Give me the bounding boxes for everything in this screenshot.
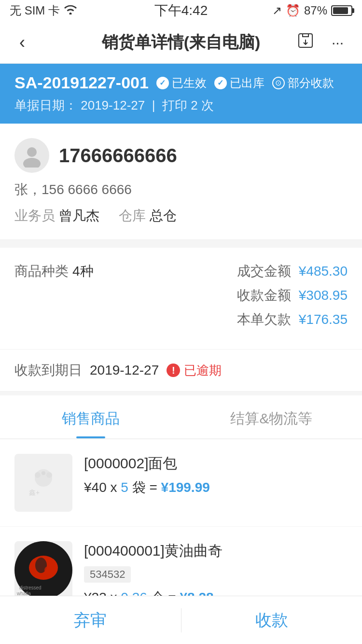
customer-card: 17666666666 张，156 6666 6666 业务员 曾凡杰 仓库 总… [0,124,362,240]
status-shipped: ✓ 已出库 [214,75,265,91]
product-type-label: 商品种类 [14,262,69,280]
tabs-row: 销售商品 结算&物流等 [0,395,362,438]
wifi-icon [64,4,77,17]
alarm-icon: ⏰ [286,4,300,17]
collected-amount: ¥308.95 [299,288,348,303]
svg-text:鑫+: 鑫+ [29,489,40,496]
svg-point-6 [42,471,45,475]
check-icon-1: ✓ [156,77,169,89]
deal-amount-label: 成交金额 [237,262,291,280]
debt-label: 本单欠款 [237,310,291,329]
svg-point-2 [23,158,41,168]
summary-section: 商品种类 4种 成交金额 ¥485.30 收款金额 ¥308.95 本单欠款 ¥… [0,248,362,350]
more-button[interactable]: ··· [328,30,348,55]
customer-meta: 业务员 曾凡杰 仓库 总仓 [14,207,348,225]
tabs-section: 销售商品 结算&物流等 [0,395,362,439]
check-icon-2: ✓ [214,77,227,89]
product-price-1: ¥40 x 5 袋 = ¥199.99 [84,478,348,497]
status-partial: ⊙ 部分收款 [272,75,334,91]
page-title: 销货单详情(来自电脑) [102,31,261,54]
svg-text:distressed: distressed [19,585,42,590]
warehouse-value: 总仓 [150,207,177,225]
summary-right: 成交金额 ¥485.30 收款金额 ¥308.95 本单欠款 ¥176.35 [181,262,348,335]
divider-2 [0,392,362,395]
product-count: 4种 [72,262,94,280]
table-row: 鑫+ [0000002]面包 ¥40 x 5 袋 = ¥199.99 [0,439,362,527]
nav-bar: ‹ 销货单详情(来自电脑) ··· [0,21,362,64]
overdue-text: 已逾期 [184,362,222,379]
sales-label: 业务员 [14,207,55,225]
cancel-review-button[interactable]: 弃审 [0,600,181,641]
bottom-bar: 弃审 收款 [0,596,362,644]
svg-point-11 [44,566,52,574]
collected-label: 收款金额 [237,286,291,305]
status-bar-time: 下午4:42 [154,1,208,20]
order-id: SA-20191227-001 [14,73,149,92]
status-bar-left: 无 SIM 卡 [10,3,77,18]
export-button[interactable] [293,28,318,56]
svg-point-4 [35,472,41,478]
product-qty-1: 5 [121,480,128,495]
summary-left: 商品种类 4种 [14,262,181,286]
tab-settlement[interactable]: 结算&物流等 [181,395,362,438]
status-active: ✓ 已生效 [156,75,207,91]
order-date-row: 单据日期： 2019-12-27 | 打印 2 次 [14,97,348,114]
battery-icon [331,5,352,16]
overdue-badge: ! 已逾期 [167,362,222,379]
collect-button[interactable]: 收款 [181,600,362,641]
clock-icon: ⊙ [272,77,285,89]
back-button[interactable]: ‹ [14,28,30,57]
product-total-1: ¥199.99 [161,480,210,495]
due-date-value: 2019-12-27 [90,363,159,378]
customer-name-phone: 张，156 6666 6666 [14,181,348,199]
debt-amount: ¥176.35 [299,312,348,327]
product-sku-2: 534532 [84,566,131,583]
product-list: 鑫+ [0000002]面包 ¥40 x 5 袋 = ¥199.99 distr [0,439,362,622]
divider-1 [0,240,362,248]
header-banner: SA-20191227-001 ✓ 已生效 ✓ 已出库 ⊙ 部分收款 单据日期：… [0,64,362,124]
svg-point-5 [46,472,52,478]
sales-person: 曾凡杰 [59,207,99,225]
product-name-1: [0000002]面包 [84,454,348,474]
overdue-icon: ! [167,364,180,377]
product-name-2: [000400001]黄油曲奇 [84,541,348,561]
status-bar-right: ↗ ⏰ 87% [272,4,352,17]
product-info-1: [0000002]面包 ¥40 x 5 袋 = ¥199.99 [84,454,348,497]
nav-actions: ··· [293,28,348,56]
avatar [14,138,49,173]
warehouse-label: 仓库 [119,207,146,225]
product-image-2: distressed whatla [14,541,72,599]
battery-text: 87% [304,4,327,17]
customer-phone: 17666666666 [59,145,177,167]
status-bar: 无 SIM 卡 下午4:42 ↗ ⏰ 87% [0,0,362,21]
svg-point-1 [27,147,37,157]
due-date-label: 收款到期日 [14,361,82,379]
due-date-section: 收款到期日 2019-12-27 ! 已逾期 [0,350,362,392]
deal-amount: ¥485.30 [299,264,348,279]
carrier-text: 无 SIM 卡 [10,3,60,18]
product-image-1: 鑫+ [14,454,72,512]
tab-sales-products[interactable]: 销售商品 [0,395,181,438]
location-icon: ↗ [272,4,282,17]
